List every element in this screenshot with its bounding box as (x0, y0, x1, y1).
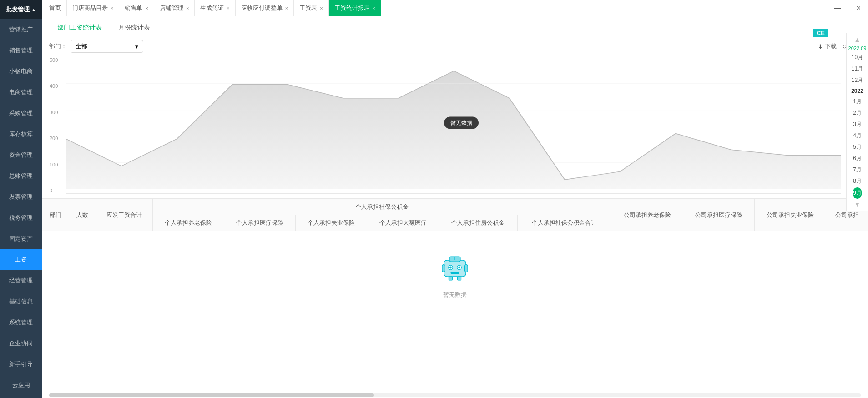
sidebar-item-小畅电商[interactable]: 小畅电商 (0, 61, 42, 82)
timeline-item-2月[interactable]: 2月 (851, 107, 863, 119)
th-personal-insurance: 个人承担社保公积金 (152, 199, 611, 215)
top-tab-工资表[interactable]: 工资表× (294, 0, 328, 16)
timeline-item-8月[interactable]: 8月 (851, 176, 863, 187)
svg-rect-5 (444, 260, 466, 277)
top-tab-label: 工资表 (299, 4, 317, 12)
toolbar: 部门： 全部 ▾ ⬇ 下载 ↻ 刷新 (42, 35, 868, 57)
top-tab-首页[interactable]: 首页 (44, 0, 67, 16)
tab-close-icon[interactable]: × (373, 5, 375, 11)
dept-select-value: 全部 (76, 42, 87, 50)
svg-rect-12 (450, 272, 459, 274)
timeline-item-7月[interactable]: 7月 (851, 164, 863, 176)
th-company-medical: 公司承担医疗保险 (683, 199, 754, 231)
sidebar-item-库存核算[interactable]: 库存核算 (0, 124, 42, 145)
top-tab-店铺管理[interactable]: 店铺管理× (154, 0, 195, 16)
download-button[interactable]: ⬇ 下载 (818, 42, 837, 50)
sidebar-item-电商管理[interactable]: 电商管理 (0, 82, 42, 103)
th-total-salary: 应发工资合计 (96, 199, 153, 231)
svg-rect-15 (449, 277, 452, 280)
sidebar-item-基础信息[interactable]: 基础信息 (0, 291, 42, 312)
timeline-item-12月[interactable]: 12月 (851, 75, 863, 86)
timeline-item-2022[interactable]: 2022 (851, 86, 863, 96)
ce-badge: CE (813, 29, 828, 37)
timeline-item-10月[interactable]: 10月 (851, 52, 863, 63)
timeline-item-5月[interactable]: 5月 (851, 141, 863, 153)
tab-close-icon[interactable]: × (186, 5, 189, 11)
th-personal-medical: 个人承担医疗保险 (224, 215, 295, 231)
sidebar-item-新手引导[interactable]: 新手引导 (0, 354, 42, 375)
sidebar-item-经营管理[interactable]: 经营管理 (0, 270, 42, 291)
top-tab-门店商品目录[interactable]: 门店商品目录× (67, 0, 119, 16)
dept-select[interactable]: 全部 ▾ (71, 40, 143, 53)
th-count: 人数 (69, 199, 96, 231)
scrollbar-thumb[interactable] (49, 393, 374, 397)
top-tab-应收应付调整单[interactable]: 应收应付调整单× (236, 0, 294, 16)
sidebar-item-企业协同[interactable]: 企业协同 (0, 333, 42, 354)
th-personal-housing-fund: 个人承担住房公积金 (439, 215, 518, 231)
sidebar-item-营销推广[interactable]: 营销推广 (0, 19, 42, 40)
sidebar-item-资金管理[interactable]: 资金管理 (0, 145, 42, 166)
window-restore-button[interactable]: □ (845, 2, 853, 14)
empty-text: 暂无数据 (443, 291, 467, 299)
settings-button[interactable]: ⚙ (0, 396, 42, 398)
svg-rect-16 (458, 277, 461, 280)
sidebar-arrow-icon: ▲ (31, 7, 36, 12)
main-content: 首页门店商品目录×销售单×店铺管理×生成凭证×应收应付调整单×工资表×工资统计报… (42, 0, 868, 398)
timeline-down-icon[interactable]: ▼ (854, 199, 861, 209)
y-label-0: 0 (50, 188, 58, 193)
tab-close-icon[interactable]: × (145, 5, 148, 11)
tab-close-icon[interactable]: × (320, 5, 323, 11)
sub-tabs-bar: 部门工资统计表月份统计表 (42, 16, 868, 35)
th-personal-major-medical: 个人承担大额医疗 (367, 215, 439, 231)
download-label: 下载 (825, 42, 837, 50)
table-wrapper[interactable]: 部门 人数 应发工资合计 个人承担社保公积金 公司承担养老保险 公司承担医疗保险… (42, 198, 868, 393)
sidebar-item-固定资产[interactable]: 固定资产 (0, 228, 42, 249)
sub-tab-部门工资统计表[interactable]: 部门工资统计表 (49, 21, 110, 35)
timeline-up-icon[interactable]: ▲ (854, 35, 861, 45)
top-tab-label: 门店商品目录 (72, 4, 108, 12)
sidebar-item-工资[interactable]: 工资 (0, 249, 42, 270)
tab-close-icon[interactable]: × (111, 5, 113, 11)
sub-tab-月份统计表[interactable]: 月份统计表 (110, 21, 158, 35)
svg-rect-13 (442, 265, 445, 272)
chart-y-labels: 500 400 300 200 100 0 (50, 57, 58, 193)
chart-container: 500 400 300 200 100 0 (66, 57, 841, 194)
sidebar-item-总账管理[interactable]: 总账管理 (0, 166, 42, 186)
sidebar-item-采购管理[interactable]: 采购管理 (0, 103, 42, 124)
right-timeline: ▲ 2022.09 10月11月12月20221月2月3月4月5月6月7月8月9… (846, 33, 868, 211)
timeline-item-11月[interactable]: 11月 (851, 63, 863, 75)
sidebar-header[interactable]: 批发管理 ▲ (0, 0, 42, 19)
timeline-item-3月[interactable]: 3月 (851, 119, 863, 130)
empty-state: 暂无数据 (42, 231, 868, 308)
th-dept: 部门 (42, 199, 69, 231)
timeline-item-1月[interactable]: 1月 (851, 96, 863, 107)
sidebar-item-云应用[interactable]: 云应用 (0, 375, 42, 396)
horizontal-scrollbar[interactable] (49, 393, 861, 397)
top-tab-工资统计报表[interactable]: 工资统计报表× (329, 0, 381, 16)
sidebar-item-系统管理[interactable]: 系统管理 (0, 312, 42, 333)
timeline-item-9月[interactable]: 9月 (853, 187, 862, 199)
svg-point-11 (458, 267, 460, 269)
dept-label: 部门： (49, 42, 67, 50)
timeline-item-4月[interactable]: 4月 (851, 130, 863, 141)
top-tab-生成凭证[interactable]: 生成凭证× (195, 0, 235, 16)
sidebar-item-发票管理[interactable]: 发票管理 (0, 186, 42, 207)
th-personal-pension: 个人承担养老保险 (152, 215, 224, 231)
th-personal-unemployment: 个人承担失业保险 (296, 215, 367, 231)
y-label-200: 200 (50, 136, 58, 141)
chart-no-data-tooltip: 暂无数据 (444, 116, 479, 129)
tab-close-icon[interactable]: × (285, 5, 288, 11)
empty-icon (437, 249, 473, 286)
top-tab-label: 首页 (49, 4, 61, 12)
top-tab-销售单[interactable]: 销售单× (119, 0, 154, 16)
sidebar: 批发管理 ▲ 营销推广销售管理小畅电商电商管理采购管理库存核算资金管理总账管理发… (0, 0, 42, 398)
th-company-pension: 公司承担养老保险 (611, 199, 683, 231)
top-tab-label: 生成凭证 (200, 4, 224, 12)
tab-close-icon[interactable]: × (227, 5, 229, 11)
y-label-300: 300 (50, 110, 58, 115)
timeline-item-6月[interactable]: 6月 (851, 153, 863, 164)
window-minimize-button[interactable]: — (832, 2, 843, 14)
window-close-button[interactable]: × (855, 2, 863, 14)
sidebar-item-销售管理[interactable]: 销售管理 (0, 40, 42, 61)
sidebar-item-税务管理[interactable]: 税务管理 (0, 207, 42, 228)
